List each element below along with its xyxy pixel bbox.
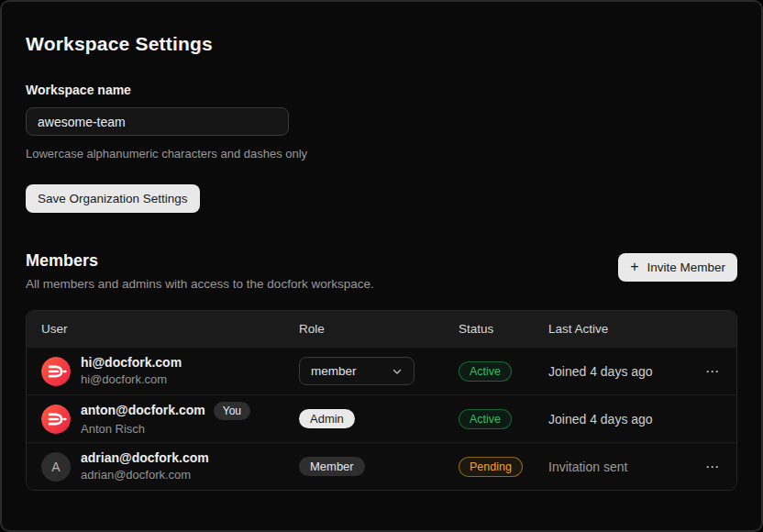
members-title: Members <box>26 251 374 271</box>
role-cell: Admin <box>299 409 459 428</box>
members-subtitle: All members and admins with access to th… <box>26 277 374 291</box>
members-header: Members All members and admins with acce… <box>26 251 737 291</box>
user-identity: hi@docfork.com hi@docfork.com <box>81 355 182 387</box>
user-email: hi@docfork.com <box>81 372 182 387</box>
user-name: anton@docfork.com <box>81 403 205 419</box>
invite-member-label: Invite Member <box>647 260 725 274</box>
workspace-settings-page: Workspace Settings Workspace name Lowerc… <box>0 0 763 532</box>
last-active-cell: Joined 4 days ago <box>548 364 692 379</box>
column-header-role: Role <box>299 322 459 336</box>
column-header-last-active: Last Active <box>548 322 692 336</box>
row-menu-button[interactable]: ⋯ <box>703 360 722 383</box>
docfork-logo-avatar <box>41 357 71 386</box>
last-active-cell: Joined 4 days ago <box>548 412 692 427</box>
user-name: hi@docfork.com <box>81 355 182 371</box>
role-select-value: member <box>311 364 357 378</box>
members-heading-group: Members All members and admins with acce… <box>26 251 374 291</box>
plus-icon: + <box>630 260 638 274</box>
workspace-name-label: Workspace name <box>26 83 737 97</box>
row-menu-button[interactable]: ⋯ <box>703 455 722 479</box>
role-cell: Member <box>299 457 459 476</box>
page-title: Workspace Settings <box>26 33 737 55</box>
chevron-down-icon <box>392 366 403 377</box>
column-header-user: User <box>41 322 299 336</box>
user-email: Anton Risch <box>81 422 250 437</box>
table-row: A adrian@docfork.com adrian@docfork.com … <box>27 442 736 490</box>
docfork-logo-avatar <box>41 405 71 434</box>
user-identity: anton@docfork.com You Anton Risch <box>81 402 250 437</box>
status-cell: Pending <box>459 457 548 477</box>
role-badge: Member <box>299 457 365 476</box>
status-badge: Pending <box>459 457 523 477</box>
status-cell: Active <box>459 361 548 382</box>
table-row: anton@docfork.com You Anton Risch Admin … <box>27 394 736 442</box>
status-badge: Active <box>459 361 512 382</box>
user-cell: A adrian@docfork.com adrian@docfork.com <box>41 450 299 482</box>
you-badge: You <box>214 402 250 420</box>
status-cell: Active <box>459 409 548 429</box>
members-table: User Role Status Last Active <box>26 310 737 491</box>
invite-member-button[interactable]: + Invite Member <box>618 253 737 282</box>
status-badge: Active <box>459 409 512 429</box>
user-identity: adrian@docfork.com adrian@docfork.com <box>81 450 209 482</box>
column-header-status: Status <box>459 322 548 336</box>
workspace-name-input[interactable] <box>26 107 289 136</box>
user-email: adrian@docfork.com <box>81 468 209 482</box>
table-row: hi@docfork.com hi@docfork.com member Act… <box>27 347 736 394</box>
role-select[interactable]: member <box>299 357 415 385</box>
workspace-name-helper: Lowercase alphanumeric characters and da… <box>26 147 737 161</box>
user-cell: hi@docfork.com hi@docfork.com <box>41 355 299 387</box>
user-name: adrian@docfork.com <box>81 450 209 467</box>
save-organization-settings-button[interactable]: Save Organization Settings <box>26 184 200 213</box>
table-header-row: User Role Status Last Active <box>27 311 736 347</box>
role-badge: Admin <box>299 409 355 428</box>
user-cell: anton@docfork.com You Anton Risch <box>41 402 299 437</box>
letter-avatar: A <box>41 452 71 482</box>
last-active-cell: Invitation sent <box>548 460 692 474</box>
role-cell: member <box>299 357 459 385</box>
